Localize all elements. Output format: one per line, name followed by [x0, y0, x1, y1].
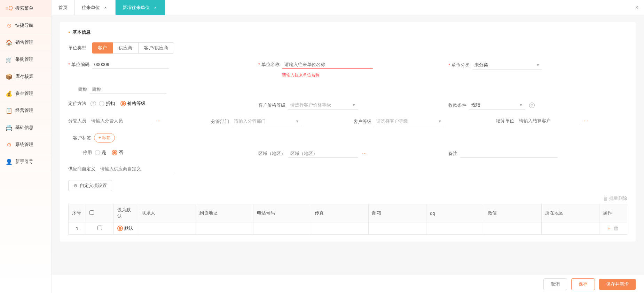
- purchase-icon: 🛒: [6, 56, 13, 63]
- customer-price-label: 客户价格等级: [258, 102, 285, 108]
- region-group: 区域（地区） ···: [258, 149, 437, 158]
- sidebar-item-guide[interactable]: 👤 新手引导: [0, 153, 51, 170]
- region-more-btn[interactable]: ···: [361, 150, 368, 157]
- disabled-no-option[interactable]: 否: [112, 149, 123, 156]
- gear-icon: ⚙: [73, 183, 78, 188]
- alias-label: 简称: [78, 86, 87, 92]
- manager-more-btn[interactable]: ···: [155, 118, 162, 124]
- row-delete-btn[interactable]: 🗑: [613, 225, 619, 231]
- unit-type-row: 单位类型 客户 供应商 客户/供应商: [68, 42, 627, 54]
- tab-contacts[interactable]: 往来单位 ×: [75, 0, 116, 15]
- row-fax-input[interactable]: [315, 226, 365, 231]
- disabled-no-radio[interactable]: [112, 150, 117, 155]
- batch-bar: 🗑 批量删除: [68, 195, 627, 202]
- basic-info-card: ▪ 基本信息 单位类型 客户 供应商 客户/供应商 单位编码: [60, 22, 636, 242]
- sidebar-item-finance[interactable]: 💰 资金管理: [0, 85, 51, 102]
- chevron-down-icon3: ▼: [519, 103, 523, 107]
- settlement-more-btn[interactable]: ···: [582, 118, 590, 124]
- chevron-down-icon: ▼: [536, 63, 540, 67]
- unit-category-value: 未分类: [474, 62, 533, 68]
- pricing-level-option[interactable]: 价格等级: [120, 100, 146, 107]
- tab-home[interactable]: 首页: [52, 0, 75, 15]
- pricing-discount-radio[interactable]: [99, 101, 104, 106]
- payment-question-icon[interactable]: ?: [529, 103, 535, 108]
- alias-group: 简称: [68, 85, 627, 93]
- sidebar-item-system[interactable]: ⚙ 系统管理: [0, 136, 51, 153]
- supplier-custom-input[interactable]: [98, 165, 175, 173]
- sidebar-item-sales[interactable]: 🏠 销售管理: [0, 34, 51, 51]
- row-email-input[interactable]: [372, 226, 423, 231]
- card-title-text: 基本信息: [72, 29, 91, 35]
- tab-new-contact[interactable]: 新增往来单位 ×: [116, 0, 165, 15]
- sidebar-item-purchase[interactable]: 🛒 采购管理: [0, 51, 51, 68]
- page-content: ▪ 基本信息 单位类型 客户 供应商 客户/供应商 单位编码: [52, 15, 644, 275]
- close-all-tabs[interactable]: ×: [635, 5, 644, 11]
- sidebar-item-search[interactable]: ≡Q 搜索菜单: [0, 0, 51, 17]
- unit-code-input[interactable]: [92, 60, 169, 69]
- sales-icon: 🏠: [6, 39, 13, 46]
- pricing-question-icon[interactable]: ?: [91, 101, 96, 106]
- disabled-radio-group: 是 否: [95, 149, 123, 156]
- disabled-yes-radio[interactable]: [95, 150, 100, 155]
- alias-input[interactable]: [90, 85, 166, 93]
- disabled-yes-option[interactable]: 是: [95, 149, 106, 156]
- customer-level-placeholder: 请选择客户等级: [376, 118, 435, 124]
- col-header-wechat: 微信: [484, 204, 542, 222]
- department-group: 分管部门 请输入分管部门 ▼: [211, 117, 343, 126]
- cancel-button[interactable]: 取消: [543, 278, 567, 290]
- row-default-radio[interactable]: [117, 226, 123, 231]
- unit-name-input[interactable]: [282, 60, 373, 69]
- row-action: + 🗑: [599, 222, 627, 235]
- row-qq-input[interactable]: [430, 226, 480, 231]
- tag-row: 客户标签 + 标签: [68, 133, 627, 143]
- department-label: 分管部门: [211, 119, 229, 125]
- settlement-group: 结算单位 ···: [496, 117, 628, 125]
- pricing-level-radio[interactable]: [120, 101, 126, 106]
- settlement-input[interactable]: [517, 117, 580, 125]
- manager-group: 分管人员 ···: [68, 117, 200, 125]
- sidebar-item-quick-nav[interactable]: ⊙ 快捷导航: [0, 17, 51, 34]
- row-select-checkbox[interactable]: [97, 226, 102, 230]
- chevron-down-icon4: ▼: [296, 119, 299, 123]
- save-button[interactable]: 保存: [571, 278, 595, 290]
- sidebar-item-inventory[interactable]: 📦 库存核算: [0, 68, 51, 85]
- remarks-input[interactable]: [460, 149, 558, 158]
- add-tag-button[interactable]: + 标签: [94, 133, 115, 143]
- unit-category-select[interactable]: 未分类 ▼: [472, 60, 542, 70]
- table-row: 1 默认: [69, 222, 627, 235]
- region-input[interactable]: [288, 149, 358, 158]
- row-add-btn[interactable]: +: [607, 225, 611, 231]
- row-wechat-input[interactable]: [488, 226, 538, 231]
- code-name-category-row: 单位编码 单位名称 请输入往来单位名称 单位分类 未分类 ▼: [68, 60, 627, 78]
- chevron-down-icon2: ▼: [352, 103, 356, 107]
- sidebar-item-basic-info[interactable]: 📇 基础信息: [0, 119, 51, 136]
- supplier-custom-group: 供应商自定义: [68, 165, 627, 173]
- row-address-input[interactable]: [199, 226, 250, 231]
- tag-label: 客户标签: [73, 135, 91, 141]
- tab-contacts-close[interactable]: ×: [103, 5, 108, 10]
- unit-name-group: 单位名称 请输入往来单位名称: [258, 60, 437, 78]
- row-default-label: 默认: [124, 225, 133, 231]
- type-btn-supplier[interactable]: 供应商: [113, 42, 138, 54]
- col-header-qq: qq: [426, 204, 484, 222]
- sidebar-item-operations[interactable]: 📋 经营管理: [0, 102, 51, 119]
- row-phone-input[interactable]: [257, 226, 307, 231]
- customer-level-select[interactable]: 请选择客户等级 ▼: [374, 117, 444, 126]
- payment-terms-select[interactable]: 现结 ▼: [469, 100, 525, 110]
- tab-new-contact-close[interactable]: ×: [152, 5, 158, 10]
- manager-input[interactable]: [89, 117, 152, 125]
- disabled-label: 停用: [83, 149, 92, 156]
- row-region-input[interactable]: [545, 226, 596, 231]
- row-contact-input[interactable]: [142, 226, 192, 231]
- remarks-label: 备注: [448, 150, 457, 157]
- operations-icon: 📋: [6, 107, 13, 114]
- custom-settings-button[interactable]: ⚙ 自定义项设置: [68, 180, 112, 191]
- pricing-discount-option[interactable]: 折扣: [99, 100, 115, 107]
- batch-delete-button[interactable]: 🗑 批量删除: [603, 195, 627, 202]
- save-and-new-button[interactable]: 保存并新增: [599, 279, 636, 290]
- customer-price-select[interactable]: 请选择客户价格等级 ▼: [288, 100, 358, 110]
- type-btn-customer[interactable]: 客户: [92, 42, 113, 54]
- select-all-checkbox[interactable]: [89, 210, 94, 215]
- department-select[interactable]: 请输入分管部门 ▼: [232, 117, 301, 126]
- type-btn-both[interactable]: 客户/供应商: [138, 42, 174, 54]
